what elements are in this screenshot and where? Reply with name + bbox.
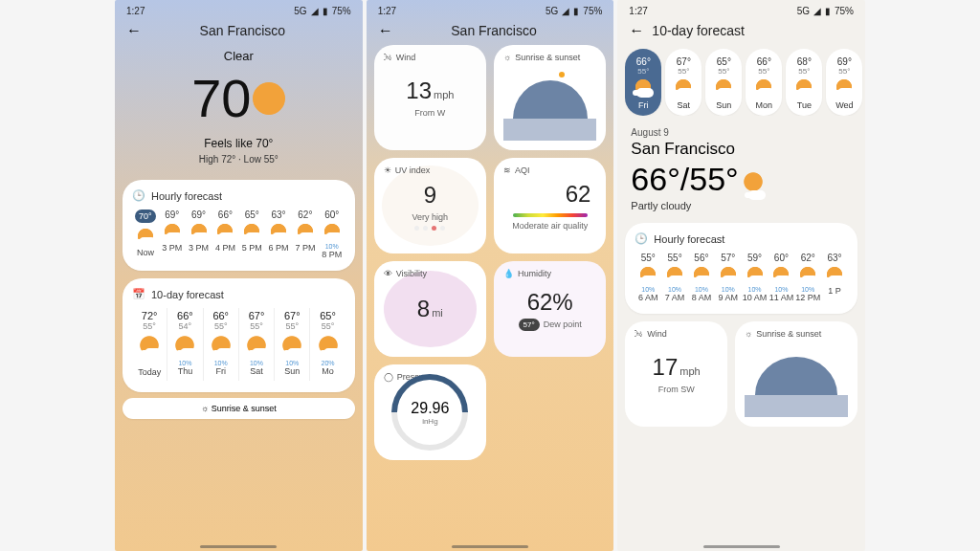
hourly-col[interactable]: 62°7 PM: [292, 209, 319, 259]
day-col[interactable]: 67°55°10%Sun: [275, 308, 310, 381]
status-network: 5G: [294, 6, 306, 16]
status-network: 5G: [797, 6, 810, 16]
aqi-label: AQI: [515, 165, 530, 175]
droplet-icon: 💧: [503, 269, 514, 278]
day-col[interactable]: 67°55°10%Sat: [239, 308, 275, 381]
city-title: San Francisco: [149, 23, 336, 38]
sunrise-card-peek[interactable]: ☼ Sunrise & sunset: [122, 398, 355, 419]
wind-icon: 🌬: [384, 53, 392, 62]
hourly-col[interactable]: 66°4 PM: [212, 209, 238, 259]
tenday-forecast-card[interactable]: 📅10-day forecast 72°55°Today66°54°10%Thu…: [122, 278, 355, 392]
hourly-col[interactable]: 59°10%10 AM: [742, 253, 768, 302]
current-conditions: Clear 70 Feels like 70° High 72° · Low 5…: [115, 45, 363, 172]
hourly-label: Hourly forecast: [654, 233, 724, 245]
page-title: 10-day forecast: [652, 23, 854, 38]
tenday-row: 72°55°Today66°54°10%Thu66°55°10%Fri67°55…: [132, 308, 345, 381]
status-battery: 75%: [332, 6, 351, 16]
hourly-col[interactable]: 55°10%6 AM: [635, 253, 661, 302]
aqi-bar: [513, 213, 588, 217]
sunrise-icon: ☼: [201, 404, 209, 413]
status-network: 5G: [546, 6, 558, 16]
header: ← San Francisco: [115, 18, 363, 45]
city-title: San Francisco: [401, 23, 588, 38]
pressure-tile[interactable]: ◯Pressure 29.96inHg: [374, 364, 486, 460]
hourly-col[interactable]: 60°10%8 PM: [319, 209, 345, 259]
pressure-unit: inHg: [411, 417, 449, 426]
day-pill[interactable]: 66°55°Mon: [746, 49, 782, 116]
day-pill[interactable]: 66°55°Fri: [625, 49, 661, 116]
hourly-col[interactable]: 70°Now: [132, 209, 159, 259]
selected-low: 55°: [689, 161, 738, 197]
day-pill[interactable]: 69°55°Wed: [826, 49, 862, 116]
selected-date: August 9: [631, 127, 852, 138]
visibility-label: Visibility: [396, 269, 427, 278]
hourly-col[interactable]: 55°10%7 AM: [661, 253, 688, 302]
gauge-icon: ◯: [384, 372, 393, 382]
day-col[interactable]: 66°54°10%Thu: [167, 308, 203, 381]
back-button[interactable]: ←: [378, 22, 393, 39]
status-time: 1:27: [629, 6, 647, 16]
wind-tile[interactable]: 🌬Wind 17mph From SW: [625, 321, 727, 427]
cloud-icon: [748, 190, 766, 200]
humidity-tile[interactable]: 💧Humidity 62% 57°Dew point: [494, 261, 606, 357]
hourly-row: 55°10%6 AM55°10%7 AM56°10%8 AM57°10%9 AM…: [635, 253, 848, 302]
hourly-col[interactable]: 56°10%8 AM: [688, 253, 715, 302]
hourly-col[interactable]: 65°5 PM: [238, 209, 265, 259]
home-indicator[interactable]: [200, 545, 277, 548]
day-pill[interactable]: 67°55°Sat: [665, 49, 702, 116]
signal-icon: ◢: [311, 6, 319, 16]
hourly-col[interactable]: 57°10%9 AM: [715, 253, 742, 302]
back-button[interactable]: ←: [629, 22, 644, 39]
sunrise-icon: ☼: [503, 53, 511, 62]
home-indicator[interactable]: [452, 545, 528, 548]
day-pill[interactable]: 68°55°Tue: [786, 49, 822, 116]
day-pills[interactable]: 66°55°Fri67°55°Sat65°55°Sun66°55°Mon68°5…: [617, 49, 865, 116]
uv-label: UV index: [395, 165, 431, 175]
day-pill[interactable]: 65°55°Sun: [705, 49, 742, 116]
day-col[interactable]: 65°55°20%Mo: [310, 308, 345, 381]
hourly-col[interactable]: 62°10%12 PM: [794, 253, 821, 302]
sunrise-label: Sunrise & sunset: [515, 53, 580, 62]
day-col[interactable]: 72°55°Today: [132, 308, 167, 381]
visibility-tile[interactable]: 👁Visibility 8mi: [374, 261, 486, 357]
feels-like: Feels like 70°: [115, 137, 363, 150]
back-button[interactable]: ←: [126, 22, 142, 39]
hourly-label: Hourly forecast: [151, 190, 222, 202]
home-indicator[interactable]: [703, 545, 780, 548]
sunrise-tile[interactable]: ☼Sunrise & sunset ☀ 6:21 AM☾ 8:09 PM: [735, 321, 858, 427]
clock-icon: 🕒: [635, 232, 648, 245]
sunrise-icon: ☼: [745, 329, 752, 339]
hourly-col[interactable]: 60°10%11 AM: [768, 253, 794, 302]
screen-details: 1:27 5G◢▮75% ← San Francisco 🌬Wind 13mph…: [367, 0, 614, 551]
hourly-forecast-card[interactable]: 🕒Hourly forecast 55°10%6 AM55°10%7 AM56°…: [625, 223, 858, 314]
visibility-unit: mi: [432, 307, 443, 319]
day-col[interactable]: 66°55°10%Fri: [204, 308, 239, 381]
hourly-col[interactable]: 69°3 PM: [159, 209, 186, 259]
aqi-sub: Moderate air quality: [512, 221, 588, 231]
battery-icon: ▮: [323, 6, 328, 16]
wind-direction: From SW: [658, 385, 695, 394]
status-battery: 75%: [583, 6, 602, 16]
aqi-tile[interactable]: ≋AQI 62 Moderate air quality: [494, 158, 606, 253]
visibility-value: 8: [417, 296, 430, 321]
calendar-icon: 📅: [132, 288, 145, 300]
wind-tile[interactable]: 🌬Wind 13mph From W: [374, 45, 486, 150]
hourly-row: 70°Now69°3 PM69°3 PM66°4 PM65°5 PM63°6 P…: [132, 209, 345, 259]
hourly-col[interactable]: 63°6 PM: [265, 209, 292, 259]
wind-value: 17: [653, 354, 679, 380]
wind-value: 13: [406, 77, 432, 103]
hourly-forecast-card[interactable]: 🕒Hourly forecast 70°Now69°3 PM69°3 PM66°…: [122, 180, 355, 271]
wind-unit: mph: [434, 89, 454, 100]
sunrise-tile[interactable]: ☼Sunrise & sunset ☀ 6:19 AM ☾ 8:11 PM: [494, 45, 606, 150]
header: ← San Francisco: [367, 18, 614, 45]
uv-tile[interactable]: ☀UV index 9 Very high: [374, 158, 486, 253]
status-battery: 75%: [835, 6, 854, 16]
status-bar: 1:27 5G ◢ ▮ 75%: [115, 0, 363, 18]
hourly-col[interactable]: 69°3 PM: [186, 209, 212, 259]
aqi-value: 62: [566, 181, 591, 208]
header: ← 10-day forecast: [617, 18, 865, 45]
screen-overview: 1:27 5G ◢ ▮ 75% ← San Francisco Clear 70…: [115, 0, 363, 551]
humidity-label: Humidity: [518, 269, 551, 278]
status-bar: 1:27 5G◢▮75%: [367, 0, 614, 18]
hourly-col[interactable]: 63°1 P: [821, 253, 848, 302]
